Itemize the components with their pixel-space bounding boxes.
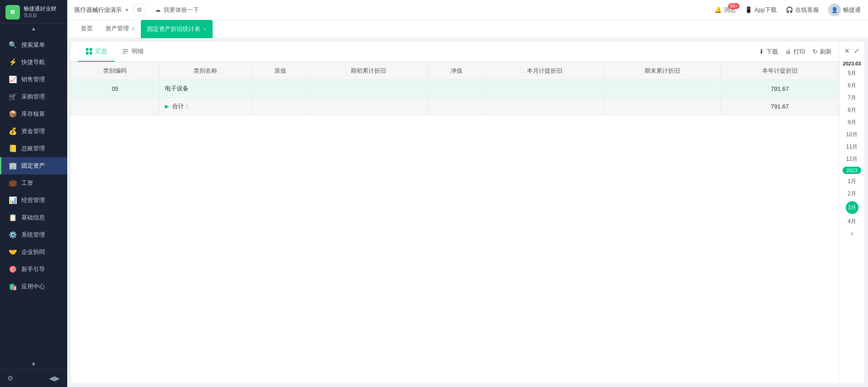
tab-home[interactable]: 首页 bbox=[74, 20, 99, 38]
user-menu[interactable]: 👤 畅捷通 bbox=[828, 4, 861, 16]
month-item-2022-7[interactable]: 7月 bbox=[848, 92, 856, 104]
month-item-2022-11[interactable]: 11月 bbox=[846, 141, 858, 153]
customer-service-button[interactable]: 🎧 在线客服 bbox=[786, 6, 819, 14]
user-name: 畅捷通 bbox=[843, 6, 861, 14]
sidebar-item-fixed-assets[interactable]: 🏢 固定资产 bbox=[0, 157, 67, 174]
cell-original bbox=[251, 80, 309, 98]
company-selector[interactable]: 医疗器械行业演示 ▼ bbox=[74, 6, 129, 14]
settings-bottom-icon[interactable]: ⚙ bbox=[7, 374, 13, 382]
total-expand-icon[interactable]: ▶ bbox=[165, 103, 169, 109]
svg-rect-3 bbox=[89, 52, 92, 55]
sub-tab-bar: 汇总 明细 ⬇ 下载 🖨 打印 bbox=[71, 42, 839, 62]
sidebar-item-label: 系统管理 bbox=[21, 231, 45, 239]
cell-code: 05 bbox=[71, 80, 159, 98]
col-initial-accum: 期初累计折旧 bbox=[309, 62, 427, 80]
svg-rect-1 bbox=[89, 48, 92, 51]
sidebar-item-ops[interactable]: 📊 经营管理 bbox=[0, 192, 67, 209]
sidebar-scroll-down[interactable]: ▼ bbox=[0, 359, 67, 369]
download-button[interactable]: ⬇ 下载 bbox=[759, 48, 778, 56]
experience-button[interactable]: ☁ 我要体验一下 bbox=[155, 6, 199, 14]
cell-period-end-accum bbox=[603, 80, 721, 98]
panel-header-year: 2023.03 bbox=[839, 60, 864, 67]
sidebar-item-collab[interactable]: 🤝 企业协同 bbox=[0, 243, 67, 261]
month-item-2023-2[interactable]: 2月 bbox=[848, 188, 856, 200]
sidebar-item-finance[interactable]: 💰 资金管理 bbox=[0, 123, 67, 140]
refresh-button[interactable]: ↻ 刷新 bbox=[813, 48, 832, 56]
sidebar-item-inventory[interactable]: 📦 库存核算 bbox=[0, 105, 67, 123]
refresh-label: 刷新 bbox=[820, 48, 832, 56]
tab-fixed-depreciation-close[interactable]: × bbox=[203, 26, 206, 32]
depreciation-table: 类别编码 类别名称 原值 期初累计折旧 净值 本月计提折旧 期末累计折旧 本年计… bbox=[71, 62, 839, 115]
sidebar-item-sales[interactable]: 📈 销售管理 bbox=[0, 71, 67, 88]
refresh-icon: ↻ bbox=[813, 48, 818, 55]
panel-close-icon[interactable]: ✕ bbox=[842, 45, 852, 56]
month-list-down-icon[interactable]: ▼ bbox=[846, 228, 858, 240]
subtab-summary-label: 汇总 bbox=[95, 47, 107, 55]
ops-icon: 📊 bbox=[9, 196, 17, 204]
app-download-button[interactable]: 📱 App下载 bbox=[745, 6, 777, 14]
sidebar-item-label: 固定资产 bbox=[21, 162, 45, 170]
sidebar-item-search[interactable]: 🔍 搜索菜单 bbox=[0, 36, 67, 54]
sidebar-item-appstore[interactable]: 🛍️ 应用中心 bbox=[0, 278, 67, 295]
month-item-2022-9[interactable]: 9月 bbox=[848, 116, 856, 129]
panel-expand-icon[interactable]: ⤢ bbox=[852, 45, 862, 56]
col-annual-depr: 本年计提折旧 bbox=[721, 62, 838, 80]
month-item-2022-8[interactable]: 8月 bbox=[848, 104, 856, 116]
sidebar-item-salary[interactable]: 💼 工资 bbox=[0, 174, 67, 192]
finance-icon: 💰 bbox=[9, 127, 17, 135]
sidebar-item-label: 应用中心 bbox=[21, 283, 45, 291]
tab-asset-mgmt-label: 资产管理 bbox=[105, 25, 129, 33]
col-name: 类别名称 bbox=[159, 62, 251, 80]
search-icon: 🔍 bbox=[9, 41, 17, 49]
tab-asset-mgmt-close[interactable]: × bbox=[132, 26, 134, 31]
panel-close-row: ✕ ⤢ bbox=[839, 45, 864, 56]
svg-rect-6 bbox=[123, 53, 126, 54]
subtab-detail[interactable]: 明细 bbox=[114, 42, 151, 62]
month-item-2022-10[interactable]: 10月 bbox=[846, 129, 858, 141]
cloud-icon: ☁ bbox=[155, 6, 161, 13]
sidebar-item-purchase[interactable]: 🛒 采购管理 bbox=[0, 88, 67, 105]
month-item-2022-6[interactable]: 6月 bbox=[848, 79, 856, 92]
month-item-2022-12[interactable]: 12月 bbox=[846, 153, 858, 165]
col-period-end-accum: 期末累计折旧 bbox=[603, 62, 721, 80]
total-monthly-depr bbox=[486, 98, 603, 115]
company-arrow-icon: ▼ bbox=[124, 7, 129, 13]
tab-asset-mgmt[interactable]: 资产管理 × bbox=[99, 20, 141, 38]
table-header-row: 类别编码 类别名称 原值 期初累计折旧 净值 本月计提折旧 期末累计折旧 本年计… bbox=[71, 62, 839, 80]
sidebar-item-quicknav[interactable]: ⚡ 快捷导航 bbox=[0, 54, 67, 71]
month-item-2023-1[interactable]: 1月 bbox=[848, 175, 856, 188]
download-icon: 📱 bbox=[745, 6, 752, 13]
sidebar-item-ledger[interactable]: 📒 总账管理 bbox=[0, 140, 67, 157]
sidebar-item-guide[interactable]: 🎯 新手引导 bbox=[0, 261, 67, 278]
total-initial-accum bbox=[309, 98, 427, 115]
content-area: 汇总 明细 ⬇ 下载 🖨 打印 bbox=[71, 42, 839, 383]
salary-icon: 💼 bbox=[9, 179, 17, 187]
sidebar-item-basic[interactable]: 📋 基础信息 bbox=[0, 209, 67, 226]
cell-net bbox=[427, 80, 486, 98]
sidebar-scroll-up[interactable]: ▲ bbox=[0, 24, 67, 34]
cell-name: 电子设备 bbox=[159, 80, 251, 98]
sidebar-logo: 财 畅捷通好业财 普及版 bbox=[0, 0, 67, 24]
top-header: 医疗器械行业演示 ▼ ⚙ ☁ 我要体验一下 🔔 消息 99+ 📱 App下载 🎧… bbox=[67, 0, 868, 20]
total-annual-depr: 791.67 bbox=[721, 98, 838, 115]
experience-label: 我要体验一下 bbox=[164, 6, 199, 14]
sidebar-item-label: 资金管理 bbox=[21, 127, 45, 135]
tab-home-label: 首页 bbox=[81, 25, 93, 33]
ledger-icon: 📒 bbox=[9, 144, 17, 153]
month-item-2023-4[interactable]: 4月 bbox=[848, 215, 856, 228]
company-name: 医疗器械行业演示 bbox=[74, 6, 122, 14]
logo-icon: 财 bbox=[5, 5, 20, 20]
notifications-button[interactable]: 🔔 消息 99+ bbox=[714, 6, 736, 14]
company-settings-icon[interactable]: ⚙ bbox=[133, 4, 146, 16]
subtab-summary[interactable]: 汇总 bbox=[78, 42, 114, 62]
month-item-2022-5[interactable]: 5月 bbox=[848, 67, 856, 79]
svg-rect-2 bbox=[86, 52, 89, 55]
month-item-2023-3[interactable]: 3月 bbox=[846, 201, 858, 214]
tab-fixed-depreciation[interactable]: 固定资产折旧统计表 × bbox=[141, 20, 212, 38]
summary-icon bbox=[85, 48, 93, 55]
collapse-icon[interactable]: ◀▶ bbox=[49, 374, 60, 382]
sidebar-item-system[interactable]: ⚙️ 系统管理 bbox=[0, 226, 67, 243]
print-button[interactable]: 🖨 打印 bbox=[785, 48, 805, 56]
appstore-icon: 🛍️ bbox=[9, 283, 17, 291]
table-container: 类别编码 类别名称 原值 期初累计折旧 净值 本月计提折旧 期末累计折旧 本年计… bbox=[71, 62, 839, 383]
